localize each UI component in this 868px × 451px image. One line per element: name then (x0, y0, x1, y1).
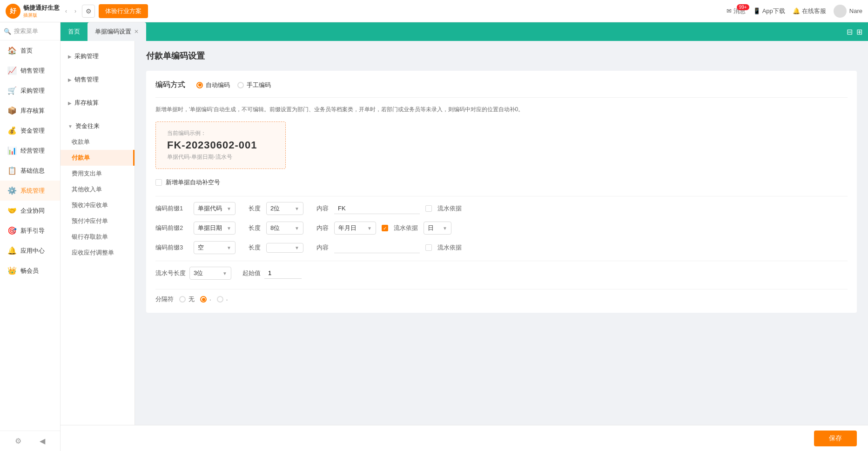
prefix1-value: 单据代码 (198, 204, 222, 213)
tab-home[interactable]: 首页 (61, 22, 87, 41)
code-method-radio-group: 自动编码 手工编码 (196, 81, 271, 89)
prefix3-label: 编码前缀3 (155, 243, 188, 252)
purchase-icon: 🛒 (7, 86, 17, 95)
length1-arrow-icon: ▼ (295, 206, 299, 211)
sub-group-capital-title[interactable]: ▼ 资金往来 (61, 118, 135, 134)
sep-dash-radio[interactable]: · (200, 296, 211, 303)
sidebar-item-apps[interactable]: 🔔 应用中心 (0, 241, 60, 261)
serial-length-select[interactable]: 3位 ▼ (189, 267, 231, 280)
industry-btn[interactable]: 体验行业方案 (99, 4, 148, 18)
app-download-area[interactable]: 📱 App下载 (753, 7, 785, 15)
content1-label: 内容 (316, 204, 329, 213)
sidebar-item-finance[interactable]: 💰 资金管理 (0, 121, 60, 141)
manual-code-radio[interactable]: 手工编码 (237, 81, 271, 89)
auto-fill-row: 新增单据自动补空号 (155, 178, 848, 187)
sep-dot-label: · (226, 296, 228, 303)
content-area: 首页 单据编码设置 ✕ ⊟ ⊞ ▶ 采购管理 (61, 22, 868, 451)
prefix2-select[interactable]: 单据日期 ▼ (194, 222, 236, 235)
sub-item-other-income[interactable]: 其他收入单 (61, 182, 135, 197)
sidebar-item-inventory[interactable]: 📦 库存核算 (0, 101, 60, 121)
nav-forward-arrow[interactable]: › (73, 6, 78, 16)
tab-code-settings[interactable]: 单据编码设置 ✕ (87, 22, 146, 41)
sidebar-item-system[interactable]: ⚙️ 系统管理 (0, 181, 60, 201)
sidebar-label-basic: 基础信息 (20, 167, 45, 175)
sub-group-sales-title[interactable]: ▶ 销售管理 (61, 72, 135, 88)
tab-close-btn[interactable]: ✕ (134, 28, 139, 35)
sidebar-item-vip[interactable]: 👑 畅会员 (0, 261, 60, 281)
sub-group-inventory-title[interactable]: ▶ 库存核算 (61, 95, 135, 111)
sidebar-search[interactable]: 🔍 搜索菜单 (0, 22, 60, 40)
sidebar-item-basic[interactable]: 📋 基础信息 (0, 161, 60, 181)
length1-select[interactable]: 2位 ▼ (266, 202, 303, 215)
code-method-row: 编码方式 自动编码 手工编码 (155, 80, 848, 98)
content1-input[interactable] (334, 203, 420, 214)
sidebar-item-purchase[interactable]: 🛒 采购管理 (0, 81, 60, 101)
auto-code-radio[interactable]: 自动编码 (196, 81, 230, 89)
online-service-area[interactable]: 🔔 在线客服 (793, 7, 826, 15)
save-button[interactable]: 保存 (814, 431, 857, 446)
tab-bar: 首页 单据编码设置 ✕ ⊟ ⊞ (61, 22, 868, 41)
prefix3-select[interactable]: 空 ▼ (194, 241, 236, 254)
sidebar-label-guide: 新手引导 (20, 227, 45, 235)
prefix2-value: 单据日期 (198, 224, 222, 232)
sidebar-item-sales[interactable]: 📈 销售管理 (0, 61, 60, 81)
sub-group-purchase-title[interactable]: ▶ 采购管理 (61, 48, 135, 64)
sep-none-radio[interactable]: 无 (179, 295, 195, 303)
sidebar-item-guide[interactable]: 🎯 新手引导 (0, 221, 60, 241)
start-value-input[interactable] (264, 268, 302, 279)
settings-card: 编码方式 自动编码 手工编码 (146, 71, 857, 313)
sub-item-bank[interactable]: 银行存取款单 (61, 229, 135, 245)
home-icon: 🏠 (7, 46, 17, 55)
stream3-label: 流水依据 (437, 243, 462, 252)
tab-code-settings-label: 单据编码设置 (95, 27, 131, 36)
auto-code-radio-circle (196, 82, 203, 88)
sub-item-receipt[interactable]: 收款单 (61, 134, 135, 150)
content3-label: 内容 (316, 243, 329, 252)
settings-bottom-icon[interactable]: ⚙ (15, 437, 21, 445)
logo-main-text: 畅捷通好生意 (23, 4, 60, 12)
serial-length-label: 流水号长度 (155, 269, 186, 277)
message-badge: 99+ (737, 4, 749, 10)
sep-dot-radio[interactable]: · (217, 296, 228, 303)
code-preview-value: FK-20230602-001 (167, 139, 274, 151)
collapse-icon[interactable]: ◀ (40, 437, 45, 445)
inventory-arrow-icon: ▶ (68, 101, 72, 106)
sub-item-payment[interactable]: 付款单 (61, 150, 135, 166)
auto-fill-checkbox[interactable] (155, 179, 162, 186)
content2-select[interactable]: 年月日 ▼ (334, 222, 376, 235)
stream3-checkbox[interactable] (425, 244, 432, 251)
content3-input[interactable] (334, 242, 420, 253)
sub-item-prepay-recv-label: 预收冲应收单 (72, 202, 108, 209)
sub-item-adjust[interactable]: 应收应付调整单 (61, 245, 135, 261)
sub-item-expense[interactable]: 费用支出单 (61, 166, 135, 182)
stream2-period-select[interactable]: 日 ▼ (424, 222, 451, 235)
stream1-checkbox[interactable] (425, 205, 432, 212)
sub-item-prepay-recv[interactable]: 预收冲应收单 (61, 197, 135, 213)
logo-icon: 好 (6, 4, 20, 19)
code-method-label: 编码方式 (155, 80, 185, 90)
top-bar-left: 好 畅捷通好生意 插屏版 ‹ › ⚙ 体验行业方案 (6, 4, 148, 19)
serial-length-arrow-icon: ▼ (222, 271, 227, 276)
stream2-checkbox[interactable]: ✓ (382, 225, 388, 231)
length3-select[interactable]: ▼ (266, 243, 303, 253)
prefix1-select[interactable]: 单据代码 ▼ (194, 202, 236, 215)
online-service-label: 在线客服 (802, 7, 826, 15)
message-area[interactable]: ✉ 消息 99+ (727, 7, 746, 15)
sidebar-item-operation[interactable]: 📊 经营管理 (0, 141, 60, 161)
sub-item-prepay-pay[interactable]: 预付冲应付单 (61, 213, 135, 229)
sidebar-label-inventory: 库存核算 (20, 107, 45, 115)
sales-icon: 📈 (7, 66, 17, 75)
auto-fill-label: 新增单据自动补空号 (166, 178, 220, 187)
sidebar-item-home[interactable]: 🏠 首页 (0, 40, 60, 61)
content2-label: 内容 (316, 224, 329, 232)
length2-select[interactable]: 8位 ▼ (266, 222, 303, 235)
sidebar-item-collab[interactable]: 🤝 企业协同 (0, 201, 60, 221)
manual-code-radio-circle (237, 82, 244, 88)
nav-back-arrow[interactable]: ‹ (63, 6, 69, 16)
sidebar-label-vip: 畅会员 (20, 267, 39, 275)
sidebar-search-label: 搜索菜单 (14, 27, 38, 35)
tab-minimize-icon[interactable]: ⊟ (847, 27, 853, 36)
settings-gear-btn[interactable]: ⚙ (82, 5, 95, 18)
user-area[interactable]: Nare (834, 5, 862, 18)
tab-expand-icon[interactable]: ⊞ (856, 27, 862, 36)
